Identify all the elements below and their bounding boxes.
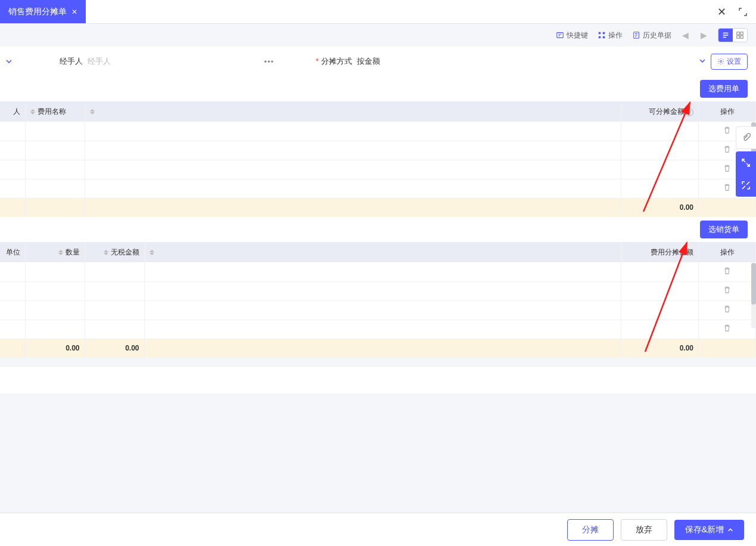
col-unit: 单位 <box>0 242 25 262</box>
col-notax[interactable]: 无税金额 <box>85 242 144 262</box>
view-list-icon[interactable] <box>718 29 733 42</box>
svg-rect-2 <box>603 32 605 35</box>
nav-prev-icon[interactable]: ◀ <box>681 30 690 40</box>
col-fee-alloc: 费用分摊金额 <box>621 242 699 262</box>
handler-placeholder: 经手人 <box>88 56 111 67</box>
method-label: 分摊方式 <box>316 56 352 67</box>
toolbar-history[interactable]: 历史单据 <box>632 30 671 41</box>
right-rail <box>736 31 756 197</box>
col-fee-name[interactable]: 费用名称 <box>25 101 85 122</box>
toolbar-operate[interactable]: 操作 <box>598 30 623 41</box>
col-alloc-amt: 可分摊金额? <box>621 101 699 122</box>
more-icon[interactable]: ••• <box>264 57 274 66</box>
svg-rect-1 <box>599 32 601 35</box>
expand-in-icon[interactable] <box>736 174 756 197</box>
col-person: 人 <box>0 101 25 122</box>
sales-table: 单位 数量 无税金额 费用分摊金额 操作 0.000.000.00 <box>0 242 756 358</box>
svg-rect-4 <box>603 36 605 39</box>
col-blank[interactable] <box>144 242 621 262</box>
svg-rect-3 <box>599 36 601 39</box>
svg-point-10 <box>720 61 722 63</box>
table-row[interactable] <box>0 160 756 179</box>
method-value: 按金额 <box>357 56 380 67</box>
table-row[interactable] <box>0 262 756 281</box>
expand-out-icon[interactable] <box>736 151 756 174</box>
discard-button[interactable]: 放弃 <box>621 519 667 541</box>
toolbar-shortcut[interactable]: 快捷键 <box>556 30 588 41</box>
total-row: 0.00 <box>0 198 756 217</box>
col-blank[interactable] <box>85 101 621 122</box>
form-fields: 经手人 经手人 ••• 分摊方式 按金额 设置 <box>0 46 756 76</box>
handler-label: 经手人 <box>60 56 83 67</box>
trash-icon[interactable] <box>723 306 731 315</box>
attachment-icon[interactable] <box>736 126 756 149</box>
handler-field[interactable]: 经手人 经手人 ••• <box>18 56 292 67</box>
table-row[interactable] <box>0 319 756 339</box>
footer: 分摊 放弃 保存&新增 <box>0 513 756 546</box>
table-row[interactable] <box>0 300 756 319</box>
close-button[interactable]: ✕ <box>713 4 730 20</box>
total-row: 0.000.000.00 <box>0 339 756 358</box>
trash-icon[interactable] <box>723 166 731 174</box>
note-area <box>0 366 756 393</box>
tab-close-icon[interactable]: ✕ <box>71 8 77 16</box>
fee-section: 选费用单 人 费用名称 可分摊金额? 操作 <box>0 76 756 217</box>
allocate-button[interactable]: 分摊 <box>567 519 614 541</box>
table-row[interactable] <box>0 179 756 198</box>
method-field[interactable]: 分摊方式 按金额 <box>292 56 711 67</box>
table-row[interactable] <box>0 122 756 141</box>
tab-bar: 销售费用分摊单 ✕ ✕ <box>0 0 756 24</box>
sales-section: 选销货单 单位 数量 无税金额 费用分摊金额 操作 <box>0 217 756 358</box>
trash-icon[interactable] <box>723 185 731 193</box>
trash-icon[interactable] <box>723 147 731 155</box>
trash-icon[interactable] <box>723 287 731 296</box>
fullscreen-icon[interactable] <box>737 6 749 18</box>
nav-next-icon[interactable]: ▶ <box>699 30 708 40</box>
tab-active[interactable]: 销售费用分摊单 ✕ <box>0 0 86 23</box>
chevron-up-icon <box>727 527 733 533</box>
leading-chevron-icon[interactable] <box>0 58 18 65</box>
trash-icon[interactable] <box>723 128 731 136</box>
col-qty[interactable]: 数量 <box>25 242 85 262</box>
tab-title: 销售费用分摊单 <box>8 7 67 17</box>
svg-rect-0 <box>557 33 564 38</box>
fee-table: 人 费用名称 可分摊金额? 操作 0.00 <box>0 101 756 217</box>
save-new-button[interactable]: 保存&新增 <box>674 520 744 540</box>
trash-icon[interactable] <box>723 268 731 277</box>
chevron-down-icon[interactable] <box>699 57 706 66</box>
trash-icon[interactable] <box>723 325 731 334</box>
table-row[interactable] <box>0 281 756 300</box>
select-sales-bill-button[interactable]: 选销货单 <box>700 221 748 238</box>
col-operation: 操作 <box>699 242 756 262</box>
toolbar: 快捷键 操作 历史单据 ◀ ▶ <box>0 24 756 46</box>
info-icon[interactable]: ? <box>686 108 693 116</box>
table-row[interactable] <box>0 141 756 160</box>
scrollbar[interactable] <box>751 263 756 328</box>
